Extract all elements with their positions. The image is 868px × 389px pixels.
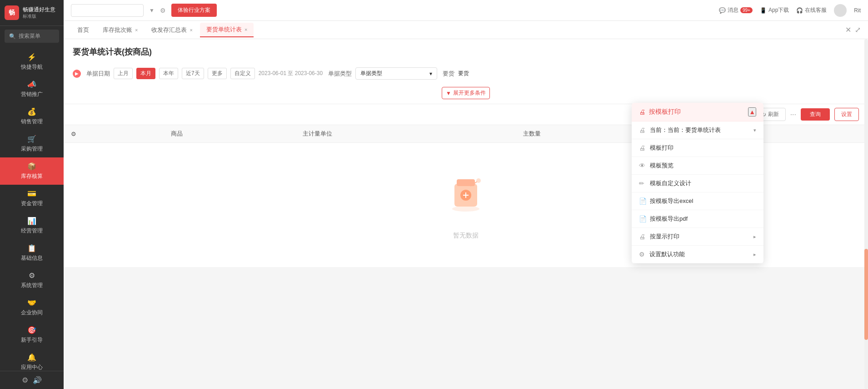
sidebar-item-finance[interactable]: 💳 资金管理 bbox=[0, 185, 64, 212]
type-filter-select[interactable]: 单据类型 ▾ bbox=[355, 67, 437, 80]
sidebar-item-appstore[interactable]: 🔔 应用中心 bbox=[0, 349, 64, 371]
sidebar-item-inventory[interactable]: 📦 库存核算 bbox=[0, 157, 64, 185]
print-dropdown-close-btn[interactable]: ▲ bbox=[748, 107, 756, 116]
more-options-btn[interactable]: ··· bbox=[790, 111, 796, 119]
current-template-left: 🖨 当前：当前：要货单统计表 bbox=[639, 126, 721, 134]
app-download-item[interactable]: 📱 App下载 bbox=[760, 6, 789, 14]
display-print-item[interactable]: 🖨 按显示打印 ▸ bbox=[632, 228, 763, 246]
topbar-search-input[interactable] bbox=[71, 4, 144, 17]
sidebar-item-label: 经营管理 bbox=[21, 227, 43, 235]
template-excel-icon: 📄 bbox=[639, 197, 647, 205]
trial-btn[interactable]: 体验行业方案 bbox=[171, 4, 217, 17]
tab-collect-summary[interactable]: 收发存汇总表 × bbox=[145, 23, 199, 37]
sound-icon[interactable]: 🔊 bbox=[33, 376, 42, 384]
template-preview-item[interactable]: 👁 模板预览 bbox=[632, 157, 763, 175]
template-pdf-item[interactable]: 📄 按模板导出pdf bbox=[632, 210, 763, 228]
sidebar-item-quick-nav[interactable]: ⚡ 快捷导航 bbox=[0, 48, 64, 76]
quick-nav-icon: ⚡ bbox=[27, 53, 36, 61]
sidebar-item-label: 营销推广 bbox=[21, 91, 43, 98]
sidebar-item-marketing[interactable]: 📣 营销推广 bbox=[0, 76, 64, 103]
template-excel-item[interactable]: 📄 按模板导出excel bbox=[632, 192, 763, 210]
settings-btn[interactable]: 设置 bbox=[834, 108, 859, 121]
expand-arrow-btn[interactable]: ▶ bbox=[73, 70, 81, 78]
date-btn-7days[interactable]: 近7天 bbox=[182, 68, 204, 79]
type-filter-section: 单据类型 单据类型 ▾ bbox=[328, 67, 437, 80]
topbar-gear-icon[interactable]: ⚙ bbox=[160, 7, 166, 14]
messages-item[interactable]: 💬 消息 99+ bbox=[719, 6, 753, 14]
sidebar-item-basic[interactable]: 📋 基础信息 bbox=[0, 239, 64, 267]
empty-illustration bbox=[443, 170, 489, 224]
sidebar-item-operation[interactable]: 📊 经营管理 bbox=[0, 212, 64, 239]
topbar: ▼ ⚙ 体验行业方案 💬 消息 99+ 📱 App下载 🎧 在线客服 Rit bbox=[64, 0, 868, 21]
template-print-item[interactable]: 🖨 模板打印 bbox=[632, 139, 763, 157]
print-dropdown-header: 🖨 按模板打印 ▲ bbox=[632, 103, 763, 121]
date-btn-more[interactable]: 更多 bbox=[208, 68, 227, 79]
display-print-icon: 🖨 bbox=[639, 233, 645, 240]
headset-icon: 🎧 bbox=[796, 7, 803, 14]
date-btn-this-year[interactable]: 本年 bbox=[159, 68, 178, 79]
sidebar-logo: 畅 畅赚通好生意 标准版 bbox=[0, 0, 64, 26]
logo-badge: 标准版 bbox=[23, 13, 55, 20]
tab-home[interactable]: 首页 bbox=[71, 23, 95, 37]
user-name: Rit bbox=[854, 7, 861, 14]
sidebar-item-label: 基础信息 bbox=[21, 254, 43, 262]
default-func-item[interactable]: ⚙ 设置默认功能 ▸ bbox=[632, 246, 763, 263]
tab-collect-summary-close[interactable]: × bbox=[190, 27, 192, 33]
purchase-icon: 🛒 bbox=[27, 135, 36, 143]
date-btn-custom[interactable]: 自定义 bbox=[230, 68, 255, 79]
sidebar-item-guide[interactable]: 🎯 新手引导 bbox=[0, 321, 64, 349]
current-template-item[interactable]: 🖨 当前：当前：要货单统计表 ▾ bbox=[632, 121, 763, 139]
topbar-dropdown-btn[interactable]: ▼ bbox=[149, 7, 155, 14]
sidebar-item-label: 资金管理 bbox=[21, 200, 43, 207]
tab-window-close[interactable]: ✕ bbox=[845, 25, 851, 34]
tab-batch-account-close[interactable]: × bbox=[135, 27, 138, 33]
filter-bar: ▶ 单据日期 上月 本月 本年 近7天 更多 自定义 2023-06-01 至 … bbox=[64, 63, 868, 104]
tab-order-stats-close[interactable]: × bbox=[244, 27, 247, 32]
basic-icon: 📋 bbox=[27, 244, 36, 253]
search-menu-button[interactable]: 🔍 搜索菜单 bbox=[5, 30, 59, 43]
sidebar-item-collab[interactable]: 🤝 企业协同 bbox=[0, 294, 64, 321]
expand-more-btn[interactable]: ▼ 展开更多条件 bbox=[442, 87, 490, 99]
template-pdf-icon: 📄 bbox=[639, 215, 647, 222]
default-func-label: 设置默认功能 bbox=[649, 250, 685, 258]
operation-icon: 📊 bbox=[27, 217, 36, 225]
template-pdf-label: 按模板导出pdf bbox=[650, 215, 688, 223]
sidebar-search-area: 🔍 搜索菜单 bbox=[0, 26, 64, 46]
user-avatar[interactable] bbox=[834, 4, 847, 17]
tab-collect-summary-label: 收发存汇总表 bbox=[151, 26, 187, 34]
sidebar-item-purchase[interactable]: 🛒 采购管理 bbox=[0, 130, 64, 157]
sidebar-item-label: 新手引导 bbox=[21, 336, 43, 344]
refresh-btn-label: 刷新 bbox=[768, 111, 779, 118]
sidebar-item-label: 快捷导航 bbox=[21, 63, 43, 71]
empty-text: 暂无数据 bbox=[453, 232, 479, 240]
query-btn[interactable]: 查询 bbox=[801, 108, 830, 121]
logo-icon: 畅 bbox=[5, 5, 19, 20]
current-template-label: 当前：当前：要货单统计表 bbox=[650, 126, 721, 134]
sidebar-bottom: ⚙ 🔊 bbox=[0, 371, 64, 389]
date-btn-this-month[interactable]: 本月 bbox=[136, 68, 155, 79]
finance-icon: 💳 bbox=[27, 189, 36, 198]
settings-bottom-icon[interactable]: ⚙ bbox=[22, 376, 28, 384]
right-scrollbar[interactable] bbox=[864, 39, 868, 389]
th-settings[interactable]: ⚙ bbox=[64, 125, 164, 143]
tab-batch-account-label: 库存批次账 bbox=[103, 26, 132, 34]
online-service-item[interactable]: 🎧 在线客服 bbox=[796, 6, 827, 14]
tab-order-stats[interactable]: 要货单统计表 × bbox=[200, 23, 254, 37]
sidebar-item-label: 库存核算 bbox=[21, 172, 43, 180]
sales-icon: 💰 bbox=[27, 107, 36, 116]
app-download-label: App下载 bbox=[768, 6, 789, 14]
print-dropdown-title: 🖨 按模板打印 bbox=[639, 108, 681, 116]
collab-icon: 🤝 bbox=[27, 298, 36, 307]
tab-window-expand[interactable]: ⤢ bbox=[855, 25, 861, 34]
template-excel-label: 按模板导出excel bbox=[650, 197, 693, 205]
current-template-arrow: ▾ bbox=[753, 127, 756, 133]
sidebar-item-sales[interactable]: 💰 销售管理 bbox=[0, 103, 64, 130]
page-header: 要货单统计表(按商品) bbox=[64, 39, 868, 63]
template-custom-item[interactable]: ✏ 模板自定义设计 bbox=[632, 175, 763, 192]
tab-batch-account[interactable]: 库存批次账 × bbox=[96, 23, 144, 37]
phone-icon: 📱 bbox=[760, 7, 767, 14]
sidebar-item-system[interactable]: ⚙ 系统管理 bbox=[0, 267, 64, 294]
print-dropdown: 🖨 按模板打印 ▲ 🖨 当前：当前：要货单统计表 ▾ 🖨 模板打印 👁 模板预览 bbox=[632, 103, 763, 263]
date-btn-last-month[interactable]: 上月 bbox=[114, 68, 133, 79]
search-icon: 🔍 bbox=[9, 33, 16, 40]
